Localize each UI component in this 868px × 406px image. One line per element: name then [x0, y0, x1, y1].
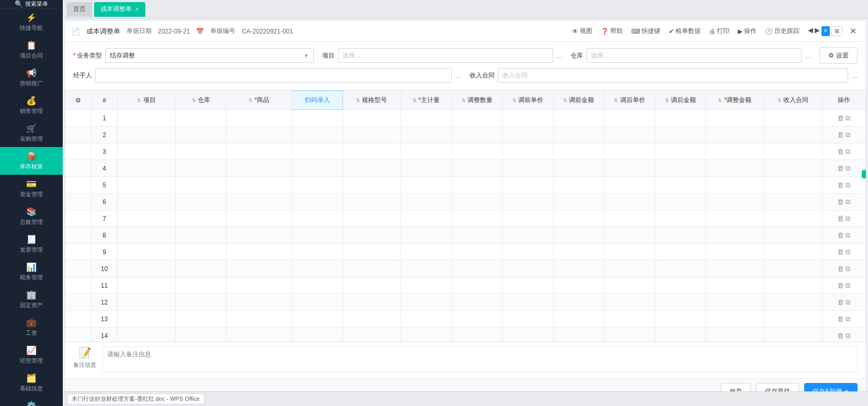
table-cell[interactable]	[401, 194, 451, 210]
table-cell[interactable]	[452, 328, 502, 342]
delete-row-icon[interactable]: 🗑	[837, 265, 844, 273]
table-cell[interactable]	[553, 244, 604, 261]
th-adjust[interactable]: ⇅ *调整金额	[706, 91, 764, 110]
table-cell[interactable]	[342, 277, 401, 294]
table-cell[interactable]	[452, 194, 502, 210]
table-cell[interactable]	[502, 227, 553, 244]
sidebar-item-marketing[interactable]: 📢 营销推广	[0, 64, 63, 92]
table-cell[interactable]	[502, 277, 553, 294]
table-cell[interactable]	[452, 277, 502, 294]
table-cell[interactable]	[401, 127, 451, 143]
table-cell[interactable]	[452, 227, 502, 244]
sidebar-item-assets[interactable]: 🏢 固定资产	[0, 286, 63, 313]
table-cell[interactable]	[655, 277, 706, 294]
table-cell[interactable]	[553, 311, 604, 328]
sidebar-item-invoice[interactable]: 🧾 发票管理	[0, 230, 63, 258]
table-cell[interactable]	[706, 127, 764, 143]
table-cell[interactable]	[452, 294, 502, 311]
table-cell[interactable]	[342, 328, 401, 342]
sidebar-item-ledger[interactable]: 📚 总账管理	[0, 202, 63, 230]
table-cell[interactable]	[452, 210, 502, 227]
sidebar-item-operations[interactable]: 📈 经营管理	[0, 341, 63, 369]
table-cell[interactable]	[292, 143, 342, 160]
table-cell[interactable]	[226, 160, 292, 177]
copy-row-icon[interactable]: ⧉	[846, 131, 850, 139]
table-cell[interactable]	[706, 194, 764, 210]
table-cell[interactable]	[764, 244, 822, 261]
table-cell[interactable]	[655, 127, 706, 143]
table-cell[interactable]	[553, 294, 604, 311]
table-cell[interactable]	[176, 244, 226, 261]
table-cell[interactable]	[176, 261, 226, 277]
table-cell[interactable]	[401, 177, 451, 194]
table-cell[interactable]	[65, 277, 92, 294]
table-cell[interactable]	[655, 294, 706, 311]
th-price2[interactable]: ⇅ 调后单价	[604, 91, 655, 110]
copy-row-icon[interactable]: ⧉	[846, 181, 850, 189]
table-cell[interactable]	[401, 311, 451, 328]
shortcut-btn[interactable]: ⌨ 快捷键	[629, 26, 663, 37]
table-cell[interactable]	[292, 177, 342, 194]
table-cell[interactable]	[118, 127, 176, 143]
table-cell[interactable]	[706, 160, 764, 177]
delete-row-icon[interactable]: 🗑	[837, 231, 844, 239]
table-cell[interactable]	[553, 328, 604, 342]
action-btn[interactable]: ▶ 操作	[736, 26, 759, 37]
table-cell[interactable]	[604, 127, 655, 143]
table-cell[interactable]	[655, 311, 706, 328]
table-cell[interactable]	[764, 110, 822, 127]
sidebar-item-tax[interactable]: 📊 税务管理	[0, 258, 63, 286]
table-cell[interactable]	[553, 210, 604, 227]
table-cell[interactable]	[176, 328, 226, 342]
income-contract-input[interactable]: 收入合同	[498, 68, 848, 83]
table-cell[interactable]	[764, 143, 822, 160]
table-cell[interactable]	[553, 110, 604, 127]
tab-home[interactable]: 首页	[67, 2, 92, 17]
sidebar-item-quicknav[interactable]: ⚡ 快捷导航	[0, 8, 63, 36]
list-view-btn[interactable]: ≡	[821, 26, 830, 36]
th-amt2[interactable]: ⇅ 调后金额	[655, 91, 706, 110]
copy-row-icon[interactable]: ⧉	[846, 198, 850, 206]
table-cell[interactable]	[292, 127, 342, 143]
warehouse-more-icon[interactable]: ...	[805, 51, 811, 60]
delete-row-icon[interactable]: 🗑	[837, 181, 844, 189]
table-cell[interactable]	[553, 160, 604, 177]
table-cell[interactable]	[502, 143, 553, 160]
table-cell[interactable]	[553, 143, 604, 160]
table-cell[interactable]	[764, 227, 822, 244]
delete-row-icon[interactable]: 🗑	[837, 332, 844, 340]
table-cell[interactable]	[452, 261, 502, 277]
table-cell[interactable]	[176, 143, 226, 160]
table-cell[interactable]	[401, 277, 451, 294]
view-btn[interactable]: 👁 视图	[570, 26, 595, 37]
th-project[interactable]: ⇅ 项目	[118, 91, 176, 110]
table-cell[interactable]	[401, 261, 451, 277]
table-cell[interactable]	[764, 210, 822, 227]
table-cell[interactable]	[764, 328, 822, 342]
table-cell[interactable]	[706, 227, 764, 244]
table-cell[interactable]	[655, 194, 706, 210]
sidebar-item-purchase[interactable]: 🛒 采购管理	[0, 119, 63, 147]
table-cell[interactable]	[65, 177, 92, 194]
table-cell[interactable]	[452, 127, 502, 143]
table-cell[interactable]	[655, 177, 706, 194]
table-cell[interactable]	[65, 294, 92, 311]
table-cell[interactable]	[764, 294, 822, 311]
copy-row-icon[interactable]: ⧉	[846, 265, 850, 273]
table-cell[interactable]	[226, 143, 292, 160]
table-cell[interactable]	[502, 244, 553, 261]
copy-row-icon[interactable]: ⧉	[846, 114, 850, 122]
table-cell[interactable]	[226, 110, 292, 127]
table-cell[interactable]	[452, 143, 502, 160]
table-cell[interactable]	[176, 160, 226, 177]
table-cell[interactable]	[401, 160, 451, 177]
table-cell[interactable]	[342, 194, 401, 210]
tab-close-icon[interactable]: ✕	[135, 6, 139, 12]
table-cell[interactable]	[604, 311, 655, 328]
table-cell[interactable]	[226, 194, 292, 210]
income-contract-more-icon[interactable]: ...	[851, 71, 858, 80]
copy-row-icon[interactable]: ⧉	[846, 281, 850, 289]
table-cell[interactable]	[342, 294, 401, 311]
th-product[interactable]: ⇅ *商品	[226, 91, 292, 110]
column-settings-btn[interactable]: ⚙ 设置	[819, 47, 858, 64]
